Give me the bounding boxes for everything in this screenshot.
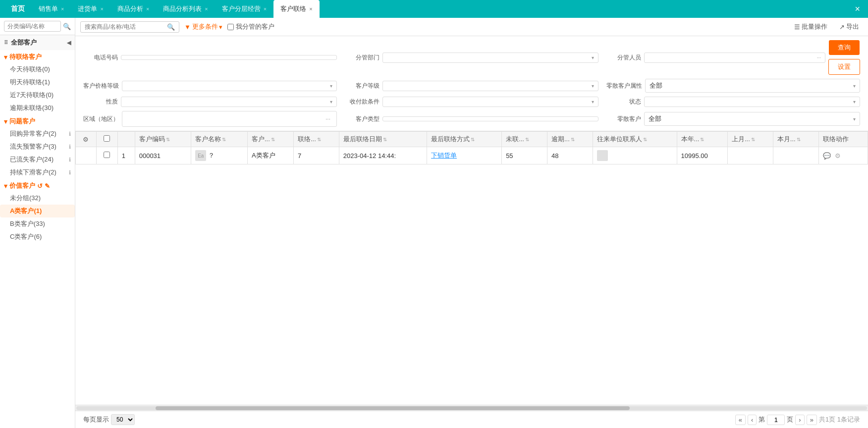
col-code[interactable]: 客户编码 ⇅ bbox=[135, 132, 191, 147]
row-name-cell[interactable]: Ea ？ bbox=[191, 147, 248, 164]
col-contact[interactable]: 联络... ⇅ bbox=[293, 132, 339, 147]
col-settings[interactable]: ⚙ bbox=[76, 132, 97, 147]
sidebar-item-declining[interactable]: 持续下滑客户(2) ℹ bbox=[0, 166, 75, 179]
nature-input[interactable]: ▾ bbox=[121, 97, 337, 107]
sort-last-month-icon[interactable]: ⇅ bbox=[751, 137, 755, 142]
more-filters-btn[interactable]: ▼ 更多条件 ▾ bbox=[184, 22, 222, 31]
close-customer-tier-tab[interactable]: × bbox=[264, 6, 267, 12]
sort-no-contact-icon[interactable]: ⇅ bbox=[525, 137, 529, 142]
nav-tab-product-list[interactable]: 商品分析列表 × bbox=[156, 0, 215, 18]
col-this-month[interactable]: 本月... ⇅ bbox=[773, 132, 818, 147]
settings-button[interactable]: 设置 bbox=[828, 59, 860, 75]
sort-last-method-icon[interactable]: ⇅ bbox=[471, 137, 475, 142]
window-close-button[interactable]: × bbox=[851, 4, 864, 14]
col-last-date[interactable]: 最后联络日期 ⇅ bbox=[339, 132, 427, 147]
chat-action-icon[interactable]: 💬 bbox=[823, 152, 831, 160]
scrollbar-thumb[interactable] bbox=[156, 406, 630, 410]
sidebar-search-input[interactable] bbox=[4, 21, 61, 32]
row-actions-cell[interactable]: 💬 ⚙ bbox=[818, 147, 868, 164]
first-page-btn[interactable]: « bbox=[735, 415, 746, 425]
sort-unit-contact-icon[interactable]: ⇅ bbox=[643, 137, 647, 142]
close-sales-tab[interactable]: × bbox=[61, 6, 64, 12]
select-all-checkbox[interactable] bbox=[104, 135, 110, 142]
col-this-year[interactable]: 本年... ⇅ bbox=[677, 132, 727, 147]
col-overdue[interactable]: 逾期... ⇅ bbox=[547, 132, 593, 147]
status-input[interactable]: ▾ bbox=[644, 97, 860, 107]
horizontal-scrollbar[interactable] bbox=[75, 405, 868, 411]
col-unit-contact[interactable]: 往来单位联系人 ⇅ bbox=[593, 132, 677, 147]
sidebar-item-7days[interactable]: 近7天待联络(0) bbox=[0, 89, 75, 102]
dept-input[interactable]: ▾ bbox=[382, 53, 598, 63]
region-input[interactable]: ··· bbox=[122, 111, 337, 127]
close-product-analysis-tab[interactable]: × bbox=[146, 6, 149, 12]
close-product-list-tab[interactable]: × bbox=[205, 6, 208, 12]
sort-name-icon[interactable]: ⇅ bbox=[222, 137, 226, 142]
sidebar-item-overdue[interactable]: 逾期未联络(30) bbox=[0, 102, 75, 114]
prev-page-btn[interactable]: ‹ bbox=[748, 415, 757, 425]
row-last-method-cell[interactable]: 下销货单 bbox=[427, 147, 502, 164]
retail-attr-input[interactable]: 全部 ▾ bbox=[645, 79, 860, 93]
sidebar-item-churned[interactable]: 已流失客户(24) ℹ bbox=[0, 153, 75, 166]
payment-input[interactable]: ▾ bbox=[382, 97, 598, 107]
settings-col-icon[interactable]: ⚙ bbox=[83, 136, 89, 143]
sidebar-item-repurchase-abnormal[interactable]: 回购异常客户(2) ℹ bbox=[0, 127, 75, 140]
nav-home[interactable]: 首页 bbox=[4, 0, 32, 18]
sort-this-year-icon[interactable]: ⇅ bbox=[700, 137, 704, 142]
sidebar-item-ungrouped[interactable]: 未分组(32) bbox=[0, 192, 75, 205]
sidebar-pending-group[interactable]: ▾ 待联络客户 bbox=[0, 50, 75, 63]
sort-type-icon[interactable]: ⇅ bbox=[271, 137, 275, 142]
filter-search-icon[interactable]: 🔍 bbox=[167, 23, 175, 31]
region-dots-icon[interactable]: ··· bbox=[324, 113, 332, 124]
close-customer-contact-tab[interactable]: × bbox=[309, 6, 312, 12]
col-name[interactable]: 客户名称 ⇅ bbox=[191, 132, 248, 147]
sort-overdue-icon[interactable]: ⇅ bbox=[571, 137, 575, 142]
page-number-input[interactable] bbox=[767, 415, 785, 425]
export-btn[interactable]: ↗ 导出 bbox=[835, 21, 863, 33]
col-last-month[interactable]: 上月... ⇅ bbox=[727, 132, 773, 147]
last-page-btn[interactable]: » bbox=[807, 415, 817, 425]
customer-level-input[interactable]: ▾ bbox=[382, 81, 598, 91]
batch-ops-btn[interactable]: ☰ 批量操作 bbox=[790, 21, 831, 33]
sidebar-item-today[interactable]: 今天待联络(0) bbox=[0, 63, 75, 76]
sidebar-item-tomorrow[interactable]: 明天待联络(1) bbox=[0, 76, 75, 89]
filter-search-input[interactable] bbox=[85, 23, 167, 30]
sidebar-problem-group[interactable]: ▾ 问题客户 bbox=[0, 114, 75, 127]
sidebar-all-customers[interactable]: ⠿ 全部客户 ◀ bbox=[0, 35, 75, 50]
filter-search-box[interactable]: 🔍 bbox=[80, 21, 179, 33]
nav-tab-customer-contact[interactable]: 客户联络 × bbox=[273, 0, 319, 18]
sidebar-search-icon[interactable]: 🔍 bbox=[63, 23, 71, 30]
col-no-contact[interactable]: 未联... ⇅ bbox=[502, 132, 547, 147]
row-checkbox[interactable] bbox=[104, 152, 110, 158]
sidebar-collapse-icon[interactable]: ◀ bbox=[67, 40, 71, 46]
nav-tab-sales[interactable]: 销售单 × bbox=[32, 0, 71, 18]
price-level-input[interactable]: ▾ bbox=[122, 81, 337, 91]
sort-this-month-icon[interactable]: ⇅ bbox=[797, 137, 801, 142]
row-checkbox-cell[interactable] bbox=[96, 147, 117, 164]
my-customers-checkbox[interactable]: 我分管的客户 bbox=[227, 22, 274, 31]
customer-type-input[interactable] bbox=[382, 116, 598, 121]
col-checkbox[interactable] bbox=[96, 132, 117, 147]
sidebar-item-churn-warning[interactable]: 流失预警客户(3) ℹ bbox=[0, 140, 75, 153]
my-customers-check[interactable] bbox=[227, 24, 234, 30]
close-purchase-tab[interactable]: × bbox=[100, 6, 103, 12]
sidebar-value-group[interactable]: ▾ 价值客户 ↺ ✎ bbox=[0, 179, 75, 192]
col-last-method[interactable]: 最后联络方式 ⇅ bbox=[427, 132, 502, 147]
sidebar-item-class-b[interactable]: B类客户(33) bbox=[0, 217, 75, 230]
sidebar-item-class-c[interactable]: C类客户(6) bbox=[0, 230, 75, 243]
nav-tab-purchase[interactable]: 进货单 × bbox=[71, 0, 110, 18]
refresh-icon[interactable]: ↺ bbox=[37, 182, 43, 190]
phone-input[interactable] bbox=[121, 55, 337, 60]
sidebar-item-class-a[interactable]: A类客户(1) bbox=[0, 205, 75, 217]
nav-tab-customer-tier[interactable]: 客户分层经营 × bbox=[215, 0, 273, 18]
per-page-select[interactable]: 50 bbox=[111, 414, 135, 425]
retail-customer-input[interactable]: 全部 ▾ bbox=[644, 112, 860, 126]
sort-last-date-icon[interactable]: ⇅ bbox=[383, 137, 387, 142]
edit-value-icon[interactable]: ✎ bbox=[45, 182, 50, 190]
nav-tab-product-analysis[interactable]: 商品分析 × bbox=[110, 0, 156, 18]
person-input[interactable]: ··· bbox=[644, 53, 825, 63]
scrollbar-track[interactable] bbox=[76, 406, 867, 410]
settings-action-icon[interactable]: ⚙ bbox=[835, 152, 841, 160]
sort-code-icon[interactable]: ⇅ bbox=[166, 137, 170, 142]
col-type[interactable]: 客户... ⇅ bbox=[247, 132, 293, 147]
query-button[interactable]: 查询 bbox=[829, 40, 860, 55]
